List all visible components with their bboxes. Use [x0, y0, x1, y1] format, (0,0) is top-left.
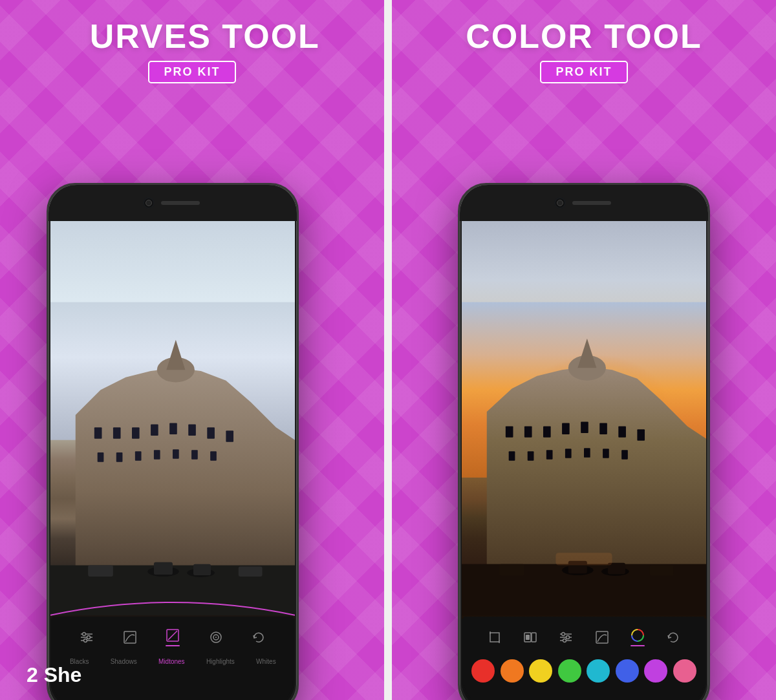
svg-rect-7: [151, 425, 158, 436]
left-tool-title: CURVES TOOL: [64, 19, 320, 53]
svg-rect-64: [555, 553, 612, 566]
color-underline: [630, 645, 645, 646]
svg-rect-12: [98, 453, 104, 463]
color-dot-cyan[interactable]: [587, 659, 610, 683]
curves-labels-row: Blacks Shadows Midtones Highlights White…: [52, 654, 293, 668]
svg-rect-45: [562, 423, 570, 434]
toolbar-icon-curves-left[interactable]: [123, 630, 137, 644]
color-dot-yellow[interactable]: [529, 659, 552, 683]
right-building-svg: [462, 299, 706, 619]
toolbar-icon-curves-right[interactable]: [595, 630, 609, 644]
svg-point-76: [563, 639, 566, 642]
label-midtones: Midtones: [158, 658, 185, 665]
toolbar-icon-highlights[interactable]: [209, 630, 223, 644]
left-toolbar: Blacks Shadows Midtones Highlights White…: [52, 617, 293, 700]
svg-point-74: [562, 633, 565, 636]
svg-rect-51: [528, 452, 534, 461]
svg-rect-22: [154, 562, 173, 575]
svg-rect-48: [618, 427, 626, 438]
svg-rect-17: [191, 451, 198, 460]
right-screen: [462, 220, 706, 700]
right-phone: [458, 183, 710, 700]
right-photo: [462, 220, 706, 619]
color-dot-orange[interactable]: [501, 659, 524, 683]
left-phone-top: [48, 185, 297, 221]
svg-rect-11: [226, 431, 234, 442]
svg-rect-18: [210, 452, 217, 461]
left-volume-down: [47, 324, 48, 356]
svg-rect-6: [132, 428, 140, 439]
toolbar-icon-color-wheel[interactable]: [630, 628, 645, 646]
curves-icon-right: [595, 630, 609, 644]
right-camera: [557, 200, 563, 206]
label-highlights: Highlights: [206, 658, 235, 665]
left-speaker: [161, 201, 200, 205]
left-paris-image: [50, 220, 295, 619]
right-header: COLOR TOOL PRO KIT: [392, 0, 776, 83]
label-shadows: Shadows: [111, 658, 137, 665]
sliders-icon: [80, 630, 94, 644]
toolbar-icon-crop[interactable]: [488, 630, 502, 644]
right-silent-switch: [458, 256, 459, 275]
svg-rect-53: [565, 449, 572, 459]
svg-point-30: [87, 636, 91, 639]
left-pro-kit-badge[interactable]: PRO KIT: [148, 61, 235, 83]
toolbar-icon-midtones[interactable]: [166, 628, 180, 646]
svg-rect-5: [113, 428, 121, 439]
color-dots-row: [464, 654, 704, 688]
svg-rect-23: [193, 564, 211, 575]
right-toolbar: [464, 617, 704, 700]
left-header: CURVES TOOL PRO KIT: [0, 0, 384, 83]
right-volume-down: [458, 324, 459, 356]
panel-divider: [384, 0, 392, 700]
svg-rect-14: [135, 452, 142, 461]
svg-rect-24: [88, 566, 113, 577]
color-dot-green[interactable]: [558, 659, 581, 683]
svg-rect-15: [154, 451, 160, 460]
toolbar-icon-sliders-right[interactable]: [559, 630, 573, 644]
toolbar-icon-history-left[interactable]: [252, 630, 266, 644]
svg-rect-47: [599, 423, 607, 434]
svg-rect-56: [621, 451, 628, 460]
color-wheel-icon: [630, 628, 645, 642]
right-paris-image: [462, 220, 706, 619]
svg-rect-62: [499, 564, 524, 575]
left-photo: [50, 220, 295, 619]
left-panel: CURVES TOOL PRO KIT: [0, 0, 384, 700]
color-dot-purple[interactable]: [644, 659, 667, 683]
svg-rect-69: [526, 635, 530, 640]
color-toolbar-icons: [464, 620, 704, 654]
svg-rect-52: [546, 451, 553, 460]
right-power-button: [709, 275, 710, 314]
svg-point-29: [83, 633, 86, 636]
toolbar-icon-adjust[interactable]: [523, 630, 537, 644]
right-phone-container: [458, 183, 710, 700]
svg-rect-8: [169, 423, 177, 434]
right-pro-kit-badge[interactable]: PRO KIT: [540, 61, 627, 83]
svg-rect-42: [506, 427, 513, 438]
midtones-underline: [166, 645, 180, 646]
svg-rect-70: [532, 633, 536, 642]
history-icon-right: [666, 630, 680, 644]
color-dot-red[interactable]: [471, 659, 495, 683]
left-volume-up: [47, 285, 48, 317]
left-power-button: [297, 275, 299, 314]
right-volume-up: [458, 285, 459, 317]
color-dot-blue[interactable]: [616, 659, 639, 683]
svg-rect-54: [584, 449, 590, 458]
toolbar-icon-sliders[interactable]: [80, 630, 94, 644]
highlights-icon: [209, 630, 223, 644]
svg-rect-44: [543, 427, 551, 438]
history-icon-left: [252, 630, 266, 644]
left-building-svg: [50, 299, 295, 619]
left-phone: Blacks Shadows Midtones Highlights White…: [47, 183, 299, 700]
color-dot-pink[interactable]: [673, 659, 696, 683]
right-panel: COLOR TOOL PRO KIT: [392, 0, 776, 700]
tone-curve-icon: [123, 630, 137, 644]
toolbar-icon-history-right[interactable]: [666, 630, 680, 644]
adjust-icon: [523, 630, 537, 644]
svg-point-31: [84, 639, 87, 642]
sliders-icon-right: [559, 630, 573, 644]
svg-rect-55: [603, 449, 609, 459]
svg-rect-65: [490, 633, 499, 642]
